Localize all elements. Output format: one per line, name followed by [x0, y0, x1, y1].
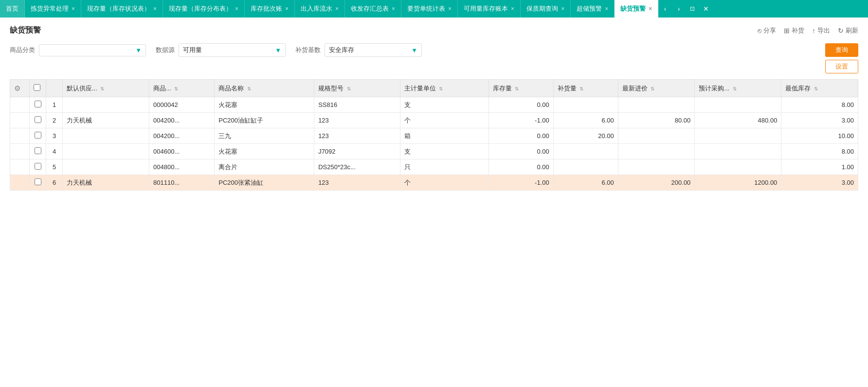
col-replenish[interactable]: 补货量 ⇅: [553, 80, 618, 97]
row-replenish: [553, 144, 618, 159]
row-goods-name: 三九: [215, 128, 314, 144]
row-checkbox-cell: [30, 159, 46, 175]
col-latest-price-sort-icon: ⇅: [651, 86, 654, 91]
row-latest-price: [618, 97, 695, 113]
row-supplier: [63, 97, 149, 113]
col-unit[interactable]: 主计量单位 ⇅: [400, 80, 488, 97]
tab-inventory-status[interactable]: 现存量（库存状况表） ×: [81, 0, 163, 18]
row-checkbox-cell: [30, 113, 46, 128]
datasource-select[interactable]: 可用量 ▼: [179, 43, 286, 57]
row-replenish: [553, 97, 618, 113]
col-goods-name[interactable]: 商品名称 ⇅: [215, 80, 314, 97]
tab-inout-flow-close[interactable]: ×: [335, 5, 339, 12]
row-goods-name: PC200油缸缸子: [215, 113, 314, 128]
tab-next-btn[interactable]: ›: [672, 0, 686, 18]
col-stock[interactable]: 库存量 ⇅: [488, 80, 553, 97]
refresh-button[interactable]: ↻ 刷新: [838, 26, 858, 35]
tab-order-stats-close[interactable]: ×: [448, 5, 452, 12]
tab-exception[interactable]: 拣货异常处理 ×: [25, 0, 81, 18]
tab-batch-account-close[interactable]: ×: [285, 5, 289, 12]
row-goods-code: 004600...: [149, 144, 215, 159]
row-stock: 0.00: [488, 144, 553, 159]
tab-available-ledger-close[interactable]: ×: [511, 5, 514, 12]
col-goods-code[interactable]: 商品... ⇅: [149, 80, 215, 97]
page-header: 缺货预警 ⎋ 分享 ⊞ 补货 ↑ 导出 ↻ 刷新: [10, 25, 858, 35]
tab-available-ledger[interactable]: 可用量库存账本 ×: [458, 0, 521, 18]
share-button[interactable]: ⎋ 分享: [758, 26, 776, 35]
tab-restore-btn[interactable]: ⊡: [686, 0, 699, 18]
row-num: 1: [46, 97, 63, 113]
row-min-stock: 3.00: [781, 113, 858, 128]
tab-exception-close[interactable]: ×: [72, 5, 75, 12]
row-checkbox-cell: [30, 97, 46, 113]
row-stock: -1.00: [488, 175, 553, 191]
row-checkbox[interactable]: [35, 116, 41, 123]
tab-inventory-dist-close[interactable]: ×: [235, 5, 238, 12]
tab-overstock-close[interactable]: ×: [605, 5, 608, 12]
tab-overstock[interactable]: 超储预警 ×: [571, 0, 615, 18]
tab-expiry-query-close[interactable]: ×: [561, 5, 564, 12]
row-checkbox[interactable]: [35, 147, 41, 154]
tab-receive-summary-close[interactable]: ×: [392, 5, 395, 12]
col-goods-name-sort-icon: ⇅: [247, 86, 251, 91]
col-min-stock-label: 最低库存: [785, 85, 811, 92]
tab-batch-account[interactable]: 库存批次账 ×: [245, 0, 295, 18]
tab-inout-flow[interactable]: 出入库流水 ×: [295, 0, 345, 18]
gear-icon[interactable]: ⚙: [14, 84, 20, 92]
col-latest-price[interactable]: 最新进价 ⇅: [618, 80, 695, 97]
export-icon: ↑: [812, 27, 815, 35]
row-checkbox[interactable]: [35, 101, 41, 107]
col-min-stock[interactable]: 最低库存 ⇅: [781, 80, 858, 97]
row-goods-code: 004200...: [149, 128, 215, 144]
select-all-checkbox[interactable]: [34, 84, 40, 91]
tab-inventory-status-close[interactable]: ×: [153, 5, 157, 12]
row-checkbox[interactable]: [35, 132, 41, 139]
tab-receive-summary[interactable]: 收发存汇总表 ×: [345, 0, 401, 18]
category-chevron-icon: ▼: [135, 47, 142, 54]
row-checkbox[interactable]: [35, 163, 41, 170]
row-stock: 0.00: [488, 97, 553, 113]
col-estimated-purchase[interactable]: 预计采购... ⇅: [695, 80, 781, 97]
row-spec: 123: [314, 175, 400, 191]
page-title: 缺货预警: [10, 25, 41, 35]
replenish-base-chevron-icon: ▼: [411, 47, 417, 54]
tab-shortage-close[interactable]: ×: [649, 5, 652, 12]
settings-button[interactable]: 设置: [825, 60, 858, 73]
tab-home[interactable]: 首页: [0, 0, 25, 18]
tab-expiry-query[interactable]: 保质期查询 ×: [521, 0, 571, 18]
row-checkbox[interactable]: [35, 178, 41, 185]
row-supplier: 力天机械: [63, 113, 149, 128]
row-unit: 个: [400, 175, 488, 191]
main-content: 缺货预警 ⎋ 分享 ⊞ 补货 ↑ 导出 ↻ 刷新 商品分类: [0, 18, 868, 387]
header-actions: ⎋ 分享 ⊞ 补货 ↑ 导出 ↻ 刷新: [758, 26, 858, 35]
col-replenish-label: 补货量: [558, 85, 577, 92]
tab-inventory-dist[interactable]: 现存量（库存分布表） ×: [163, 0, 245, 18]
tab-close-all-btn[interactable]: ✕: [699, 0, 713, 18]
row-gear-cell: [10, 144, 30, 159]
replenish-button[interactable]: ⊞ 补货: [784, 26, 804, 35]
row-latest-price: [618, 128, 695, 144]
col-supplier-sort-icon: ⇅: [100, 86, 104, 91]
row-replenish: 6.00: [553, 175, 618, 191]
row-stock: 0.00: [488, 128, 553, 144]
category-select[interactable]: ▼: [39, 44, 146, 56]
replenish-base-select[interactable]: 安全库存 ▼: [325, 43, 422, 57]
row-min-stock: 10.00: [781, 128, 858, 144]
row-supplier: [63, 159, 149, 175]
col-spec[interactable]: 规格型号 ⇅: [314, 80, 400, 97]
category-filter-group: 商品分类 ▼: [10, 44, 146, 56]
row-latest-price: [618, 144, 695, 159]
col-rownum: [46, 80, 63, 97]
query-button[interactable]: 查询: [825, 43, 858, 57]
row-replenish: 20.00: [553, 128, 618, 144]
export-button[interactable]: ↑ 导出: [812, 26, 830, 35]
col-supplier[interactable]: 默认供应... ⇅: [63, 80, 149, 97]
row-replenish: [553, 159, 618, 175]
tab-prev-btn[interactable]: ‹: [658, 0, 672, 18]
row-checkbox-cell: [30, 128, 46, 144]
datasource-label: 数据源: [156, 46, 175, 54]
row-gear-cell: [10, 159, 30, 175]
tab-order-stats[interactable]: 要货单统计表 ×: [401, 0, 458, 18]
tab-shortage[interactable]: 缺货预警 ×: [615, 0, 658, 18]
table-row: 1 0000042 火花塞 SS816 支 0.00 8.00: [10, 97, 858, 113]
